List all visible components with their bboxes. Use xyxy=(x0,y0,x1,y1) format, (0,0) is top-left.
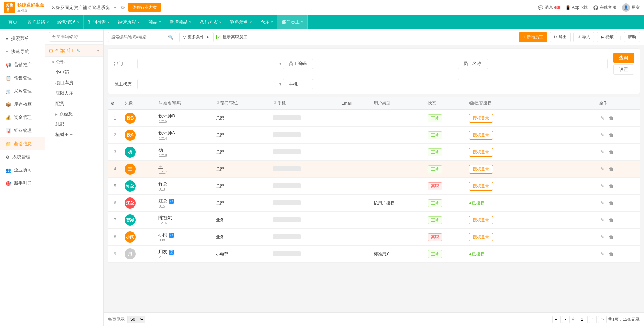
close-icon[interactable]: × xyxy=(107,20,109,24)
auth-button[interactable]: 授权登录 xyxy=(469,216,493,224)
auth-button[interactable]: 授权登录 xyxy=(469,148,493,157)
auth-button[interactable]: 授权登录 xyxy=(469,182,493,191)
prev-page-button[interactable]: ‹ xyxy=(562,316,570,323)
delete-button[interactable]: 🗑 xyxy=(607,166,615,173)
first-page-button[interactable]: « xyxy=(552,316,561,323)
tab-history[interactable]: 经营历程 × xyxy=(114,15,144,29)
show-resigned-checkbox[interactable]: ✓ 显示离职员工 xyxy=(216,34,247,40)
dept-node-plant-tree[interactable]: 植树王三 xyxy=(45,130,103,140)
close-icon[interactable]: × xyxy=(219,20,221,24)
nav-item-quick[interactable]: ⌂ 快速导航 xyxy=(0,45,45,58)
nav-item-search[interactable]: ≡ 搜索菜单 xyxy=(0,32,45,45)
nav-item-guide[interactable]: 🎯 新手引导 xyxy=(0,177,45,190)
close-icon[interactable]: × xyxy=(271,20,273,24)
close-icon[interactable]: × xyxy=(77,20,79,24)
dept-node-headquarters[interactable]: ▾ 总部 xyxy=(45,57,103,67)
phone-input[interactable] xyxy=(312,79,459,89)
nav-item-system[interactable]: ⚙ 系统管理 xyxy=(0,150,45,164)
edit-button[interactable]: ✎ xyxy=(599,115,606,122)
user-action[interactable]: 👤 用友 xyxy=(622,3,640,12)
import-button[interactable]: ↺ 导入 xyxy=(573,32,594,42)
tab-profit[interactable]: 利润报告 × xyxy=(84,15,114,29)
view-button[interactable]: ▶ 视频 xyxy=(597,32,617,42)
nav-item-sales[interactable]: 📋 销售管理 xyxy=(0,71,45,85)
nav-item-basic[interactable]: 📁 基础信息 xyxy=(0,137,45,150)
tab-home[interactable]: 首页 xyxy=(3,15,23,29)
tab-barcode[interactable]: 条码方案 × xyxy=(196,15,226,29)
dept-node-shenyang[interactable]: 沈阳大库 xyxy=(45,88,103,98)
message-action[interactable]: 💬 消息 6 xyxy=(538,5,560,10)
tab-operations[interactable]: 经营情况 × xyxy=(53,15,83,29)
edit-button[interactable]: ✎ xyxy=(599,183,606,190)
dept-search-input[interactable] xyxy=(49,32,104,42)
nav-item-inventory[interactable]: 📦 库存核算 xyxy=(0,98,45,111)
edit-button[interactable]: ✎ xyxy=(599,250,606,257)
auth-button[interactable]: 授权登录 xyxy=(469,131,493,140)
emp-code-input[interactable] xyxy=(312,59,459,69)
tab-employee[interactable]: 部门员工 × xyxy=(278,15,308,29)
tab-add-goods[interactable]: 新增商品 × xyxy=(165,15,196,29)
nav-item-purchase[interactable]: 🛒 采购管理 xyxy=(0,85,45,98)
collapse-button[interactable]: « xyxy=(97,48,99,53)
close-icon[interactable]: × xyxy=(189,20,191,24)
online-service-action[interactable]: 🎧 在线客服 xyxy=(593,5,616,10)
tab-customer[interactable]: 客户联络 × xyxy=(23,15,53,29)
delete-button[interactable]: 🗑 xyxy=(607,183,615,190)
search-input[interactable] xyxy=(111,35,166,39)
search-icon[interactable]: 🔍 xyxy=(168,35,173,40)
edit-button[interactable]: ✎ xyxy=(599,132,606,139)
dept-node-project-warehouse[interactable]: 项目库房 xyxy=(45,78,103,88)
nav-item-operations[interactable]: 📊 经营管理 xyxy=(0,124,45,137)
delete-button[interactable]: 🗑 xyxy=(607,149,615,156)
search-button[interactable]: 查询 xyxy=(613,53,634,63)
add-employee-button[interactable]: + 新增员工 xyxy=(519,32,547,42)
delete-button[interactable]: 🗑 xyxy=(607,234,615,240)
dropdown-icon[interactable]: ▾ xyxy=(114,5,116,10)
tab-bom[interactable]: 物料清单 × xyxy=(226,15,256,29)
nav-item-collab[interactable]: 👥 企业协同 xyxy=(0,164,45,177)
reset-button[interactable]: 设置 xyxy=(613,64,634,75)
auth-button[interactable]: 授权登录 xyxy=(469,165,493,174)
edit-icon[interactable]: ✎ xyxy=(76,48,80,53)
auth-button[interactable]: 授权登录 xyxy=(469,114,493,123)
nav-item-marketing[interactable]: 📢 营销推广 xyxy=(0,58,45,71)
emp-name-input[interactable] xyxy=(487,59,608,69)
edit-button[interactable]: ✎ xyxy=(599,166,606,173)
close-icon[interactable]: × xyxy=(159,20,161,24)
more-conditions-button[interactable]: ▽ 更多条件 ▲ xyxy=(179,32,214,42)
delete-button[interactable]: 🗑 xyxy=(607,200,615,206)
app-download-action[interactable]: 📱 App下载 xyxy=(565,5,588,10)
dept-all-node[interactable]: ⊞ 全部部门 ✎ « xyxy=(45,45,103,57)
edit-button[interactable]: ✎ xyxy=(599,200,606,206)
delete-button[interactable]: 🗑 xyxy=(607,132,615,139)
edit-button[interactable]: ✎ xyxy=(599,234,606,240)
status-select[interactable]: ▾ xyxy=(137,79,284,89)
edit-button[interactable]: ✎ xyxy=(599,217,606,223)
dept-node-small-electric[interactable]: 小电部 xyxy=(45,67,103,78)
per-page-select[interactable]: 50 100 xyxy=(127,316,145,323)
tab-warehouse[interactable]: 仓库 × xyxy=(256,15,278,29)
close-icon[interactable]: × xyxy=(250,20,252,24)
delete-button[interactable]: 🗑 xyxy=(607,250,615,257)
close-icon[interactable]: × xyxy=(137,20,139,24)
dept-node-double-virtual[interactable]: ▸ 双虚想 xyxy=(45,109,103,119)
settings-icon[interactable]: ⚙ xyxy=(111,101,115,106)
dept-select[interactable]: ▾ xyxy=(137,59,284,69)
auth-button[interactable]: 授权登录 xyxy=(469,233,493,241)
experience-button[interactable]: 体验行业方案 xyxy=(128,3,161,12)
delete-button[interactable]: 🗑 xyxy=(607,115,615,122)
dept-node-hq[interactable]: 总部 xyxy=(45,119,103,130)
close-icon[interactable]: × xyxy=(47,20,49,24)
delete-button[interactable]: 🗑 xyxy=(607,217,615,223)
page-number-input[interactable] xyxy=(577,316,588,323)
tab-goods[interactable]: 商品 × xyxy=(144,15,165,29)
next-page-button[interactable]: › xyxy=(589,316,597,323)
settings-icon[interactable]: ⚙ xyxy=(120,4,125,11)
help-button[interactable]: 帮助 xyxy=(624,32,640,42)
last-page-button[interactable]: » xyxy=(598,316,607,323)
export-button[interactable]: ↻ 导出 xyxy=(550,32,571,42)
nav-item-finance[interactable]: 💰 资金管理 xyxy=(0,111,45,124)
close-icon[interactable]: × xyxy=(301,20,303,24)
edit-button[interactable]: ✎ xyxy=(599,149,606,156)
dept-node-distribution[interactable]: 配货 xyxy=(45,98,103,109)
